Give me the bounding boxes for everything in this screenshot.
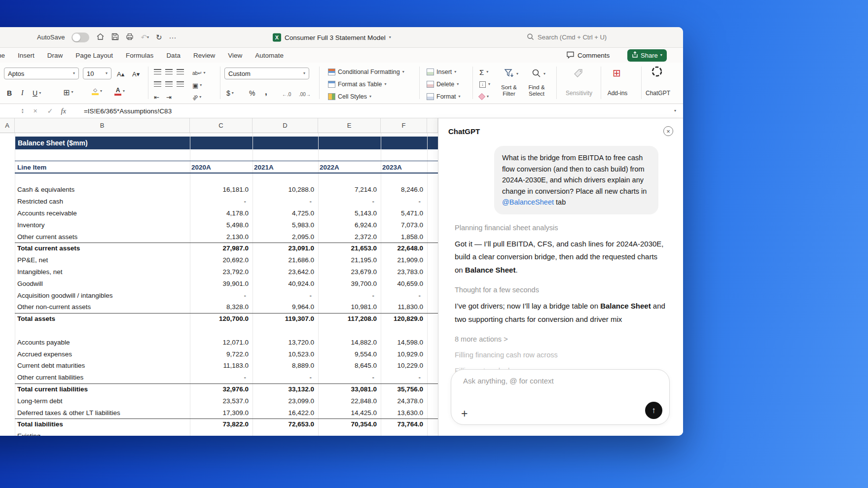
row-cell[interactable]: 2,130.0 [190, 233, 253, 241]
row-cell[interactable]: 23,792.0 [190, 268, 253, 276]
row-label-cell[interactable]: Intangibles, net [15, 268, 190, 276]
row-cell[interactable]: 10,929.0 [381, 350, 427, 358]
row-cell[interactable]: 10,288.0 [253, 186, 318, 193]
row-label-cell[interactable]: Inventory [15, 221, 190, 229]
tab-automate[interactable]: Automate [255, 52, 284, 59]
format-cells-button[interactable]: Format▾ [427, 91, 461, 102]
autosum-button[interactable]: Σ▾ [479, 67, 488, 77]
row-cell[interactable]: 23,091.0 [253, 244, 318, 252]
cell-styles-button[interactable]: Cell Styles▾ [328, 91, 371, 102]
autosave-toggle[interactable] [72, 33, 89, 42]
row-cell[interactable]: 9,554.0 [318, 350, 381, 358]
row-cell-a[interactable] [0, 360, 15, 372]
row-cell-a[interactable] [0, 278, 15, 289]
row-cell-a[interactable] [0, 383, 15, 395]
row-cell[interactable]: 21,195.0 [318, 256, 381, 264]
row-cell[interactable]: 21,909.0 [381, 256, 427, 264]
column-header-g-partial[interactable] [427, 118, 438, 133]
row-cell[interactable]: 21,653.0 [318, 244, 381, 252]
row-cell[interactable]: 4,725.0 [253, 209, 318, 217]
tab-home[interactable]: Home [0, 52, 5, 59]
row-cell[interactable]: - [318, 292, 381, 299]
row-label-cell[interactable]: Acquisition goodwill / intangibles [15, 292, 190, 299]
row-cell[interactable]: 5,498.0 [190, 221, 253, 229]
formula-input[interactable]: =IS!E6/365*Assumptions!C83 [84, 107, 172, 115]
more-actions-link[interactable]: 8 more actions > [455, 335, 667, 343]
font-size-select[interactable]: 10▾ [83, 68, 111, 79]
row-cell[interactable]: 39,901.0 [190, 280, 253, 287]
column-header-f[interactable]: F [381, 118, 427, 133]
align-left-icon[interactable] [154, 81, 161, 87]
sheet-title-cell[interactable]: Balance Sheet ($mm) [15, 137, 438, 149]
row-label-cell[interactable]: Accounts receivable [15, 209, 190, 217]
row-cell[interactable]: 33,081.0 [318, 385, 381, 393]
row-label-cell[interactable]: Restricted cash [15, 198, 190, 205]
row-cell[interactable]: 119,307.0 [253, 315, 318, 322]
row-cell-a[interactable] [0, 196, 15, 208]
row-cell[interactable]: 23,783.0 [381, 268, 427, 276]
search-box[interactable]: Search (Cmd + Ctrl + U) [527, 33, 607, 42]
row-cell[interactable]: 5,983.0 [253, 221, 318, 229]
row-label-cell[interactable]: Goodwill [15, 280, 190, 287]
font-color-button[interactable]: A▾ [114, 86, 125, 96]
row-cell[interactable]: 7,073.0 [381, 221, 427, 229]
align-bottom-icon[interactable] [177, 69, 184, 75]
row-cell[interactable]: 13,720.0 [253, 339, 318, 346]
tab-formulas[interactable]: Formulas [126, 52, 153, 59]
row-cell[interactable]: 35,756.0 [381, 385, 427, 393]
row-label-cell[interactable]: Total current assets [15, 244, 190, 252]
increase-decimal-button[interactable]: ←.0 [282, 89, 291, 99]
fill-button[interactable]: ↓▾ [479, 79, 490, 90]
row-cell[interactable]: 39,700.0 [318, 280, 381, 287]
close-panel-button[interactable]: × [663, 126, 673, 136]
year-header[interactable]: 2023A [381, 164, 427, 171]
row-cell[interactable]: 22,848.0 [318, 397, 381, 405]
insert-cells-button[interactable]: Insert▾ [427, 67, 456, 77]
row-cell[interactable]: 120,829.0 [381, 315, 427, 322]
currency-button[interactable]: $▾ [226, 88, 234, 98]
row-cell[interactable]: 72,653.0 [253, 420, 318, 428]
chat-input[interactable] [462, 376, 658, 397]
row-cell[interactable]: - [318, 374, 381, 381]
document-title-menu[interactable]: X Consumer Full 3 Statement Model ▾ [273, 33, 391, 41]
row-label-cell[interactable]: Other current assets [15, 233, 190, 241]
year-header[interactable]: 2020A [190, 164, 253, 171]
row-cell[interactable]: - [381, 374, 427, 381]
shrink-font-button[interactable]: A▾ [132, 69, 140, 79]
comments-button[interactable]: Comments [566, 51, 610, 60]
undo-button[interactable]: ↶▾ [141, 33, 149, 42]
composer[interactable]: + ↑ [451, 369, 670, 425]
row-cell[interactable]: 11,830.0 [381, 303, 427, 311]
row-cell[interactable]: 23,537.0 [190, 397, 253, 405]
row-label-cell[interactable]: Total assets [15, 315, 190, 322]
tab-review[interactable]: Review [193, 52, 215, 59]
row-cell[interactable]: - [253, 374, 318, 381]
row-cell[interactable]: 9,722.0 [190, 350, 253, 358]
grow-font-button[interactable]: A▴ [117, 69, 124, 79]
row-cell[interactable]: 70,354.0 [318, 420, 381, 428]
enter-button[interactable]: ✓ [47, 107, 53, 115]
row-label-cell[interactable]: Total liabilities [15, 420, 190, 428]
row-cell[interactable]: 8,246.0 [381, 186, 427, 193]
tab-page-layout[interactable]: Page Layout [75, 52, 113, 59]
row-cell-a[interactable] [0, 348, 15, 360]
align-top-icon[interactable] [154, 69, 161, 75]
more-commands-button[interactable]: ··· [169, 33, 177, 41]
row-label-cell[interactable]: Accounts payable [15, 339, 190, 346]
row-cell[interactable]: 6,924.0 [318, 221, 381, 229]
decrease-indent-button[interactable]: ⇤ [154, 92, 159, 102]
tab-data[interactable]: Data [166, 52, 181, 59]
row-cell-a[interactable] [0, 407, 15, 418]
find-select-button[interactable]: ▾ [532, 69, 545, 79]
row-cell-a[interactable] [0, 184, 15, 196]
column-header-c[interactable]: C [190, 118, 253, 133]
align-middle-icon[interactable] [165, 69, 173, 75]
row-label-cell[interactable]: Long-term debt [15, 397, 190, 405]
row-cell[interactable]: - [190, 292, 253, 299]
fill-color-button[interactable]: ◇▾ [92, 86, 102, 96]
row-cell[interactable]: 117,208.0 [318, 315, 381, 322]
row-label-cell[interactable]: Existing... [15, 432, 190, 436]
row-cell[interactable]: 23,099.0 [253, 397, 318, 405]
row-cell[interactable]: 10,229.0 [381, 362, 427, 369]
row-cell[interactable]: 120,700.0 [190, 315, 253, 322]
